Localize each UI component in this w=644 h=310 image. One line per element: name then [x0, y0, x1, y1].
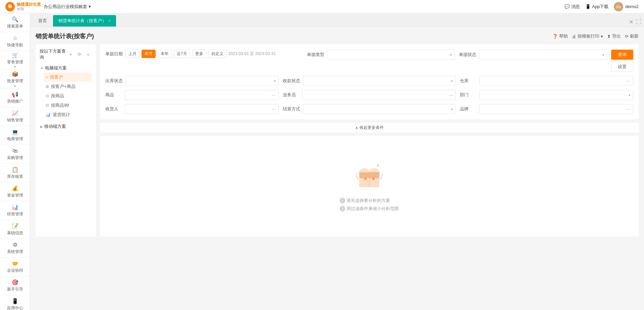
date-btn-custom[interactable]: 自定义 — [208, 50, 226, 58]
download-button[interactable]: 📱 App下载 — [585, 4, 608, 10]
empty-text: ① 请先选择要分析的方案 ② 用过滤条件来缩小分析范围 — [340, 198, 399, 214]
message-button[interactable]: 💬 消息 — [565, 4, 580, 10]
date-filter: 上月 本月 本年 近7天 更多 自定义 2023-03-01 至 2023-03… — [125, 50, 276, 58]
scheme-refresh-button[interactable]: ⟳ — [76, 51, 83, 58]
filter-field-warehouse: 仓库 ··· — [460, 76, 633, 86]
scheme-item-return-stats[interactable]: 📊 退货统计 — [44, 110, 92, 119]
sidebar-item-appcenter[interactable]: 📱 应用中心 — [0, 295, 30, 310]
sidebar: 🔍 搜索菜单 ☆ 快捷导航 🛒 零售管理 ▼ 📦 批发管理 ▲ 📢 营销推广 📈… — [0, 13, 30, 310]
sidebar-item-newbie[interactable]: 🎯 新手引导 — [0, 276, 30, 295]
export-button[interactable]: ⬆ 导出 — [607, 33, 621, 39]
page-actions: ❓ 帮助 🖨 按模板打印 ▾ ⬆ 导出 ⟳ 刷新 — [552, 33, 639, 39]
sidebar-item-finance[interactable]: 💰 资金管理 — [0, 183, 30, 201]
app-selector[interactable]: 办公用品行业模拟账套 ▾ — [44, 4, 91, 10]
sidebar-purchase-label: 采购管理 — [7, 155, 23, 161]
sidebar-item-basic[interactable]: 📝 基础信息 — [0, 220, 30, 239]
wholesale-icon: 📦 — [12, 71, 18, 77]
sidebar-operation-label: 经营管理 — [7, 211, 23, 217]
sidebar-item-quick-nav[interactable]: ☆ 快捷导航 — [0, 32, 30, 51]
filter-row-2: 出库状态 ▾ 收款状态 ▾ — [105, 76, 633, 86]
department-input[interactable]: ▾ — [479, 90, 633, 100]
retail-icon: 🛒 — [12, 52, 18, 58]
sidebar-appcenter-label: 应用中心 — [7, 305, 23, 310]
bill-status-dropdown-icon: ▾ — [602, 53, 604, 57]
filter-field-department: 部门 ▾ — [460, 90, 633, 100]
by-product-icon: ⊟ — [46, 94, 49, 98]
help-button[interactable]: ❓ 帮助 — [552, 33, 568, 39]
coop-icon: 🤝 — [12, 260, 18, 267]
warehouse-input[interactable]: ··· — [479, 76, 633, 86]
export-icon: ⬆ — [607, 34, 611, 39]
user-area[interactable]: Ea demo2 — [614, 2, 639, 11]
sidebar-item-ecommerce[interactable]: 💻 电商管理 — [0, 126, 30, 145]
scheme-item-by-product-99[interactable]: ⊟ 按商品99 — [44, 101, 92, 110]
scheme-item-by-product[interactable]: ⊟ 按商品 — [44, 91, 92, 101]
refresh-button[interactable]: ⟳ 刷新 — [625, 33, 639, 39]
right-panel: 单据日期 上月 本月 本年 近7天 更多 自定义 2023-03-01 至 20… — [100, 44, 639, 237]
tab-home[interactable]: 首页 — [33, 15, 52, 27]
filter-field-out-status: 出库状态 ▾ — [105, 76, 279, 86]
tab-close-icon[interactable]: × — [108, 18, 111, 23]
sidebar-item-retail[interactable]: 🛒 零售管理 ▼ — [0, 51, 30, 70]
salesperson-input[interactable]: ··· — [302, 90, 456, 100]
scheme-panel-actions: + ⟳ « — [67, 51, 92, 58]
sidebar-item-system[interactable]: ⚙ 系统管理 — [0, 239, 30, 258]
filter-field-recipient: 收货人 ··· — [105, 104, 279, 114]
receipt-status-input[interactable]: ▾ — [303, 76, 456, 86]
top-header: 畅 畅捷通好生意 标版 办公用品行业模拟账套 ▾ 💬 消息 📱 App下载 Ea… — [0, 0, 644, 13]
sidebar-item-search[interactable]: 🔍 搜索菜单 — [0, 13, 30, 32]
date-btn-this-year[interactable]: 本年 — [158, 50, 172, 58]
tab-active[interactable]: 销货单统计表（按客户） × — [53, 15, 116, 27]
date-btn-more[interactable]: 更多 — [192, 50, 206, 58]
filter-card: 单据日期 上月 本月 本年 近7天 更多 自定义 2023-03-01 至 20… — [100, 44, 639, 119]
content-area: 首页 销货单统计表（按客户） × ✕ ⛶ 销货单统计表(按客户) ❓ 帮助 — [30, 13, 644, 310]
settings-button[interactable]: 设置 — [611, 62, 633, 72]
sidebar-item-operation[interactable]: 📊 经营管理 — [0, 201, 30, 220]
sidebar-item-marketing[interactable]: 📢 营销推广 — [0, 89, 30, 107]
sidebar-item-wholesale[interactable]: 📦 批发管理 ▲ — [0, 70, 30, 89]
scheme-item-by-customer-product[interactable]: ⊞ 按客户+商品 — [44, 82, 92, 91]
appcenter-icon: 📱 — [12, 298, 18, 304]
sidebar-item-sales[interactable]: 📈 销售管理 — [0, 107, 30, 126]
scheme-collapse-icon: « — [87, 52, 90, 57]
retail-arrow: ▼ — [13, 65, 16, 68]
system-icon: ⚙ — [13, 242, 17, 248]
date-btn-7days[interactable]: 近7天 — [174, 50, 190, 58]
product-input[interactable]: ··· — [125, 90, 279, 100]
out-status-input[interactable]: ▾ — [125, 76, 279, 86]
bill-type-input[interactable]: ▾ — [327, 50, 455, 60]
brand-input[interactable]: ··· — [479, 104, 633, 114]
recipient-input[interactable]: ··· — [125, 104, 279, 114]
query-button[interactable]: 查询 — [611, 50, 633, 60]
out-status-dropdown-icon: ▾ — [274, 79, 276, 83]
date-btn-last-month[interactable]: 上月 — [125, 50, 140, 58]
window-maximize-icon[interactable]: ⛶ — [636, 19, 641, 25]
collapse-up-icon: ∧ — [355, 125, 358, 130]
salesperson-dots-icon: ··· — [449, 92, 453, 98]
by-customer-icon: ○ — [46, 75, 48, 80]
sidebar-sales-label: 销售管理 — [7, 117, 23, 123]
inventory-icon: 📋 — [12, 166, 18, 173]
scheme-item-by-customer[interactable]: ○ 按客户 — [44, 72, 92, 82]
scheme-group-pc-header[interactable]: ▼ 电脑端方案 — [40, 64, 92, 72]
date-label: 单据日期 — [105, 51, 123, 57]
collapse-bar[interactable]: ∧ 收起更多条件 — [100, 123, 639, 133]
sidebar-item-coop[interactable]: 🤝 企业协同 — [0, 258, 30, 276]
bill-type-dropdown-icon: ▾ — [450, 53, 452, 57]
scheme-add-button[interactable]: + — [67, 51, 74, 58]
sidebar-system-label: 系统管理 — [7, 249, 23, 255]
filter-field-receipt-status: 收款状态 ▾ — [283, 76, 456, 86]
sidebar-item-purchase[interactable]: 🛍 采购管理 — [0, 145, 30, 164]
by-customer-product-label: 按客户+商品 — [51, 84, 75, 90]
print-button[interactable]: 🖨 按模板打印 ▾ — [572, 33, 603, 39]
sidebar-item-inventory[interactable]: 📋 库存核算 — [0, 164, 30, 183]
date-btn-this-month[interactable]: 本月 — [142, 50, 156, 58]
by-customer-product-icon: ⊞ — [46, 84, 49, 89]
scheme-panel-header: 按以下方案查询 + ⟳ « — [40, 48, 92, 60]
bill-status-input[interactable]: ▾ — [479, 50, 607, 60]
scheme-collapse-button[interactable]: « — [85, 51, 92, 58]
print-label: 按模板打印 — [578, 33, 599, 39]
window-close-icon[interactable]: ✕ — [629, 19, 633, 25]
scheme-group-mobile-header[interactable]: ▶ 移动端方案 — [40, 122, 92, 131]
settlement-input[interactable]: ▾ — [303, 104, 456, 114]
